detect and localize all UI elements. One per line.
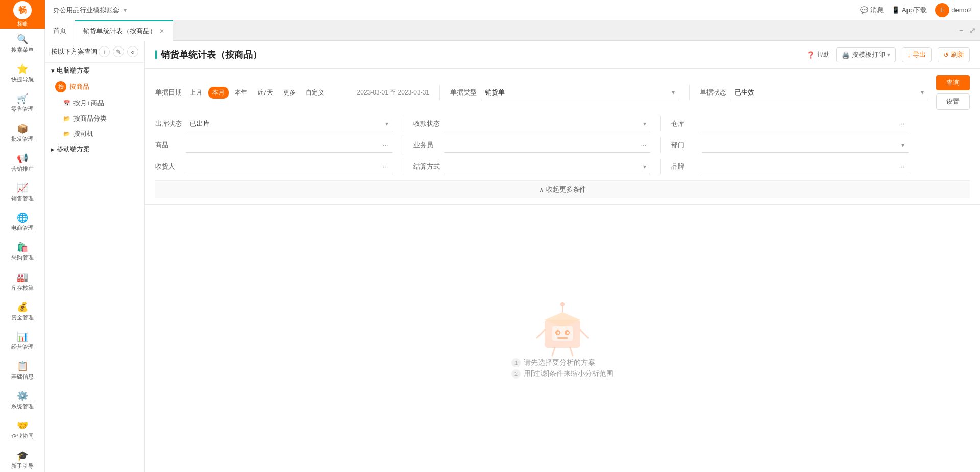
date-tab-7days[interactable]: 近7天 <box>253 87 277 99</box>
tree-item-by-month-goods[interactable]: 📅 按月+商品 <box>45 96 144 111</box>
add-scheme-btn[interactable]: + <box>99 46 110 57</box>
sidebar-label-ecommerce: 电商管理 <box>11 225 34 231</box>
sidebar-item-enterprise-coop[interactable]: 🤝 企业协同 <box>0 415 44 444</box>
doc-type-select[interactable]: 销货单 ▾ <box>481 85 679 100</box>
tab-minimize-icon[interactable]: － <box>957 25 965 36</box>
filter-cell-doc-status: 单据状态 已生效 ▾ <box>700 85 928 100</box>
refresh-btn[interactable]: ↺ 刷新 <box>938 47 970 62</box>
tree-section-mobile-label: 移动端方案 <box>57 145 90 154</box>
step-item-1: 1 请先选择要分析的方案 <box>511 358 614 367</box>
sidebar-item-wholesale-mgmt[interactable]: 📦 批发管理 <box>0 118 44 148</box>
sidebar-item-marketing[interactable]: 📢 营销推广 <box>0 148 44 177</box>
brand-input[interactable]: ··· <box>702 159 909 174</box>
filter-cell-department: 部门 ▾ <box>671 137 909 153</box>
sidebar-item-search-menu[interactable]: 🔍 搜索菜单 <box>0 29 44 58</box>
date-tab-this-year[interactable]: 本年 <box>231 87 251 99</box>
left-panel-actions: + ✎ « <box>99 46 138 57</box>
date-tab-this-month[interactable]: 本月 <box>208 87 229 99</box>
settings-button[interactable]: 设置 <box>936 93 970 110</box>
page-title-row: 销货单统计表（按商品） ❓ 帮助 🖨️ 按模板打印 ▾ <box>155 47 970 62</box>
industry-dropdown-arrow[interactable]: ▾ <box>124 7 127 14</box>
consignee-ellipsis[interactable]: ··· <box>383 162 388 170</box>
filter-cell-brand: 品牌 ··· <box>671 159 909 174</box>
sidebar-icon-operations: 📊 <box>17 331 28 342</box>
date-tab-last-month[interactable]: 上月 <box>186 87 206 99</box>
tab-maximize-icon[interactable]: ⤢ <box>969 26 976 35</box>
sidebar-item-operations[interactable]: 📊 经营管理 <box>0 326 44 356</box>
sidebar-item-quick-nav[interactable]: ⭐ 快捷导航 <box>0 58 44 88</box>
sidebar-item-retail-mgmt[interactable]: 🛒 零售管理 <box>0 88 44 117</box>
collapse-panel-btn[interactable]: « <box>127 46 138 57</box>
edit-scheme-btn[interactable]: ✎ <box>113 46 124 57</box>
salesperson-ellipsis[interactable]: ··· <box>641 141 647 149</box>
tree-section-desktop[interactable]: ▾ 电脑端方案 <box>45 63 144 78</box>
sidebar-item-finance[interactable]: 💰 资金管理 <box>0 296 44 326</box>
tree-expand-icon: ▾ <box>51 67 55 75</box>
export-btn[interactable]: ↓ 导出 <box>902 47 932 62</box>
sidebar-item-system[interactable]: ⚙️ 系统管理 <box>0 385 44 415</box>
by-goods-category-icon: 📂 <box>63 115 70 122</box>
goods-ellipsis[interactable]: ··· <box>383 141 388 149</box>
tab-sales-stats-label: 销货单统计表（按商品） <box>83 27 156 36</box>
brand-ellipsis[interactable]: ··· <box>899 162 904 170</box>
out-status-select[interactable]: 已出库 ▾ <box>186 116 393 131</box>
consignee-input[interactable]: ··· <box>186 159 393 174</box>
date-tab-custom[interactable]: 自定义 <box>302 87 328 99</box>
page-title: 销货单统计表（按商品） <box>161 49 262 61</box>
sidebar-icon-quick-nav: ⭐ <box>17 63 28 75</box>
warehouse-input[interactable]: ··· <box>702 116 909 131</box>
doc-type-value: 销货单 <box>485 88 505 97</box>
tab-home[interactable]: 首页 <box>45 20 75 41</box>
message-btn[interactable]: 💬 消息 <box>860 6 884 15</box>
date-tab-more[interactable]: 更多 <box>279 87 300 99</box>
sidebar-item-sales-mgmt[interactable]: 📈 销售管理 <box>0 177 44 207</box>
message-label: 消息 <box>870 6 884 15</box>
warehouse-ellipsis[interactable]: ··· <box>899 120 904 127</box>
tab-sales-stats[interactable]: 销货单统计表（按商品） ✕ <box>75 20 173 41</box>
tab-close-icon[interactable]: ✕ <box>159 28 164 35</box>
empty-steps: 1 请先选择要分析的方案 2 用[过滤]条件来缩小分析范围 <box>511 358 614 381</box>
help-btn[interactable]: ❓ 帮助 <box>806 50 830 59</box>
collapse-bar[interactable]: ∧ 收起更多条件 <box>155 180 970 198</box>
sidebar-item-purchase-mgmt[interactable]: 🛍️ 采购管理 <box>0 237 44 266</box>
department-arrow: ▾ <box>901 141 904 149</box>
tree-item-by-goods[interactable]: 按 按商品 <box>45 78 144 96</box>
app-logo: 畅 标账 <box>0 0 45 29</box>
tree-item-by-month-goods-label: 按月+商品 <box>74 99 104 108</box>
logo-icon: 畅 <box>13 1 32 19</box>
tree-item-by-cashier[interactable]: 📂 按司机 <box>45 126 144 141</box>
logo-text: 标账 <box>17 20 28 28</box>
sidebar-item-ecommerce[interactable]: 🌐 电商管理 <box>0 207 44 237</box>
department-select[interactable]: ▾ <box>702 137 909 153</box>
tree-section-label: 电脑端方案 <box>57 66 90 75</box>
out-status-label: 出库状态 <box>155 119 186 128</box>
sidebar-label-enterprise-coop: 企业协同 <box>11 433 34 439</box>
receipt-status-select[interactable]: ▾ <box>444 116 651 131</box>
sidebar-label-newbie: 新手引导 <box>11 463 34 469</box>
tree-section-mobile[interactable]: ▸ 移动端方案 <box>45 141 144 157</box>
query-button[interactable]: 查询 <box>936 75 970 90</box>
sidebar-item-inventory[interactable]: 🏭 库存核算 <box>0 267 44 296</box>
settlement-select[interactable]: ▾ <box>444 159 651 174</box>
sidebar-item-basic-info[interactable]: 📋 基础信息 <box>0 356 44 385</box>
step-1-text: 请先选择要分析的方案 <box>524 358 595 367</box>
template-print-btn[interactable]: 🖨️ 按模板打印 ▾ <box>836 47 896 62</box>
template-print-label: 按模板打印 <box>852 50 885 59</box>
consignee-label: 收货人 <box>155 162 186 171</box>
empty-illustration <box>532 297 593 358</box>
sidebar-item-newbie[interactable]: 🎓 新手引导 <box>0 445 44 472</box>
app-download-btn[interactable]: 📱 App下载 <box>892 6 927 15</box>
page-header: 销货单统计表（按商品） ❓ 帮助 🖨️ 按模板打印 ▾ <box>145 41 980 69</box>
user-menu[interactable]: E demo2 <box>935 3 972 17</box>
doc-status-select[interactable]: 已生效 ▾ <box>730 85 928 100</box>
sidebar-icon-purchase-mgmt: 🛍️ <box>17 242 28 253</box>
filter-cell-goods: 商品 ··· <box>155 137 393 153</box>
divider-6 <box>660 137 661 153</box>
by-cashier-icon: 📂 <box>63 131 70 137</box>
goods-input[interactable]: ··· <box>186 137 393 153</box>
industry-label: 办公用品行业模拟账套 <box>53 6 119 15</box>
salesperson-input[interactable]: ··· <box>444 137 651 153</box>
by-month-goods-icon: 📅 <box>63 100 70 107</box>
tree-mobile-expand-icon: ▸ <box>51 146 55 153</box>
tree-item-by-goods-category[interactable]: 📂 按商品分类 <box>45 111 144 126</box>
